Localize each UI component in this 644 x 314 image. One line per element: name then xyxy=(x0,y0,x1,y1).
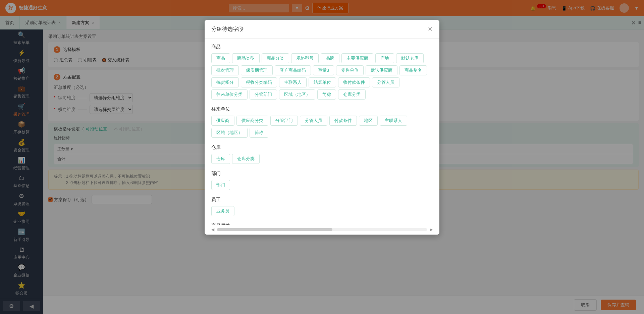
employee-group-title: 员工 xyxy=(211,197,433,203)
horizontal-scrollbar-track[interactable] xyxy=(217,228,427,231)
field-tag-supplier-category[interactable]: 供应商分类 xyxy=(236,116,268,126)
field-tag-settlement-unit[interactable]: 结算单位 xyxy=(309,77,336,87)
field-tag-product-type[interactable]: 商品类型 xyxy=(232,53,260,63)
modal-overlay: 分组待选字段 ✕ 商品 商品 商品类型 商品分类 规格型号 品牌 主要供应商 产… xyxy=(0,0,644,314)
field-tag-brand[interactable]: 品牌 xyxy=(321,53,339,63)
horizontal-scrollbar-thumb xyxy=(217,228,332,231)
field-tag-tax-code[interactable]: 税收分类编码 xyxy=(241,77,277,87)
field-tag-partner-category[interactable]: 往来单位分类 xyxy=(211,89,248,100)
scroll-left-arrow[interactable]: ◀ xyxy=(211,227,214,232)
field-tag-weight3[interactable]: 重量3 xyxy=(313,65,334,75)
department-group-title: 部门 xyxy=(211,171,433,177)
product-group-title: 商品 xyxy=(211,44,433,50)
employee-field-tags: 业务员 xyxy=(211,206,433,216)
field-tag-main-supplier[interactable]: 主要供应商 xyxy=(341,53,373,63)
field-tag-origin[interactable]: 产地 xyxy=(375,53,394,63)
field-tag-short-name[interactable]: 简称 xyxy=(317,89,336,100)
field-tag-product[interactable]: 商品 xyxy=(211,53,230,63)
warehouse-field-tags: 仓库 仓库分类 xyxy=(211,154,433,164)
modal-close-button[interactable]: ✕ xyxy=(428,25,433,33)
warehouse-field-group: 仓库 仓库 仓库分类 xyxy=(211,144,433,164)
field-tag-retail-unit[interactable]: 零售单位 xyxy=(336,65,364,75)
field-tag-default-warehouse[interactable]: 默认仓库 xyxy=(396,53,424,63)
field-tag-warehouse-cat[interactable]: 仓库分类 xyxy=(232,154,260,164)
field-tag-supervisor[interactable]: 分管人员 xyxy=(372,77,399,87)
field-tag-spec-model[interactable]: 规格型号 xyxy=(291,53,319,63)
field-tag-main-contact2[interactable]: 主联系人 xyxy=(380,116,407,126)
field-tag-short-name2[interactable]: 简称 xyxy=(250,128,268,138)
field-tag-batch-mgmt[interactable]: 批次管理 xyxy=(211,65,239,75)
product-field-tags: 商品 商品类型 商品分类 规格型号 品牌 主要供应商 产地 默认仓库 批次管理 … xyxy=(211,53,433,100)
field-tag-partner-supervisor[interactable]: 分管人员 xyxy=(300,116,327,126)
department-field-group: 部门 部门 xyxy=(211,171,433,190)
field-tag-warehouse-category[interactable]: 仓库分类 xyxy=(338,89,366,100)
modal-header: 分组待选字段 ✕ xyxy=(205,20,439,39)
field-tag-customer-product-code[interactable]: 客户商品编码 xyxy=(275,65,311,75)
field-tag-payment-cond[interactable]: 付款条件 xyxy=(329,116,357,126)
partner-group-title: 往来单位 xyxy=(211,106,433,112)
field-tag-payment-terms[interactable]: 收付款条件 xyxy=(338,77,370,87)
field-tag-area[interactable]: 地区 xyxy=(359,116,378,126)
modal-title: 分组待选字段 xyxy=(211,26,244,33)
field-tag-default-supplier[interactable]: 默认供应商 xyxy=(366,65,397,75)
partner-field-tags: 供应商 供应商分类 分管部门 分管人员 付款条件 地区 主联系人 区域（地区） … xyxy=(211,116,433,138)
scroll-right-arrow[interactable]: ▶ xyxy=(430,227,433,232)
field-tag-product-category[interactable]: 商品分类 xyxy=(262,53,289,63)
field-tag-supplier[interactable]: 供应商 xyxy=(211,116,234,126)
field-tag-department[interactable]: 部门 xyxy=(211,180,230,190)
field-tag-partner-dept[interactable]: 分管部门 xyxy=(270,116,298,126)
field-tag-pick-points[interactable]: 拣货积分 xyxy=(211,77,239,87)
field-tag-region[interactable]: 区域（地区） xyxy=(279,89,315,100)
field-selection-modal: 分组待选字段 ✕ 商品 商品 商品类型 商品分类 规格型号 品牌 主要供应商 产… xyxy=(205,20,439,235)
field-tag-warehouse[interactable]: 仓库 xyxy=(211,154,230,164)
field-tag-region2[interactable]: 区域（地区） xyxy=(211,128,248,138)
product-field-group: 商品 商品 商品类型 商品分类 规格型号 品牌 主要供应商 产地 默认仓库 批次… xyxy=(211,44,433,100)
modal-scroll-area: ◀ ▶ xyxy=(205,225,439,235)
modal-body[interactable]: 商品 商品 商品类型 商品分类 规格型号 品牌 主要供应商 产地 默认仓库 批次… xyxy=(205,39,439,225)
field-tag-shelf-life[interactable]: 保质期管理 xyxy=(241,65,273,75)
field-tag-product-alias[interactable]: 商品别名 xyxy=(399,65,427,75)
field-tag-dept[interactable]: 分管部门 xyxy=(250,89,277,100)
field-tag-main-contact[interactable]: 主联系人 xyxy=(279,77,307,87)
field-tag-salesperson[interactable]: 业务员 xyxy=(211,206,234,216)
department-field-tags: 部门 xyxy=(211,180,433,190)
warehouse-group-title: 仓库 xyxy=(211,144,433,150)
employee-field-group: 员工 业务员 xyxy=(211,197,433,216)
partner-field-group: 往来单位 供应商 供应商分类 分管部门 分管人员 付款条件 地区 主联系人 区域… xyxy=(211,106,433,138)
